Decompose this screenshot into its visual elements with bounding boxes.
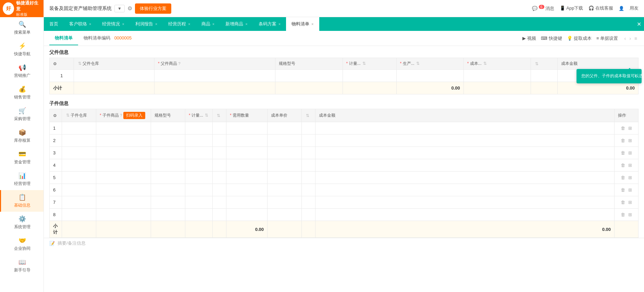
td-child-price[interactable] (268, 147, 302, 159)
sidebar-item-basic[interactable]: 📋基础信息 (0, 190, 44, 212)
sort-icon[interactable]: ⇅ (217, 113, 220, 118)
td-child-unit[interactable] (185, 159, 213, 172)
td-child-warehouse[interactable] (62, 159, 96, 172)
system-select-btn[interactable]: ▼ (114, 5, 125, 12)
td-child-qty[interactable] (226, 184, 268, 196)
td-child-qty[interactable] (226, 159, 268, 172)
sidebar-item-purchase[interactable]: 🛒采购管理 (0, 104, 44, 125)
message-button[interactable]: 💬 6 消息 (532, 5, 554, 12)
td-parent-product[interactable] (154, 70, 275, 82)
copy-icon[interactable]: ⊞ (628, 187, 632, 192)
copy-icon[interactable]: ⊞ (628, 212, 632, 217)
nav-tab-goods[interactable]: 商品× (196, 17, 220, 31)
td-child-unit[interactable] (185, 135, 213, 147)
delete-icon[interactable]: 🗑 (621, 212, 625, 217)
close-icon[interactable]: × (212, 22, 214, 26)
td-child-qty[interactable] (226, 196, 268, 209)
help-icon[interactable]: ? (178, 61, 180, 66)
td-production[interactable] (396, 70, 463, 82)
td-child-product[interactable] (96, 209, 151, 221)
td-cost[interactable] (463, 70, 531, 82)
td-unit[interactable] (343, 70, 396, 82)
td-child-unit[interactable] (185, 209, 213, 221)
close-icon[interactable]: × (89, 22, 91, 26)
close-icon[interactable]: × (278, 22, 281, 26)
sidebar-item-quicknav[interactable]: ⚡快捷导航 (0, 39, 44, 60)
sort-icon[interactable]: ⇅ (535, 61, 538, 66)
td-child-product[interactable] (96, 135, 151, 147)
sort-icon[interactable]: ⇅ (66, 113, 70, 118)
close-icon[interactable]: × (311, 22, 313, 26)
copy-icon[interactable]: ⊞ (628, 163, 632, 168)
gear-icon[interactable]: ⚙ (53, 113, 57, 118)
td-child-qty[interactable] (226, 147, 268, 159)
td-child-price[interactable] (268, 196, 302, 209)
scan-barcode-button[interactable]: 扫码录入 (123, 112, 145, 119)
sidebar-item-inventory[interactable]: 📦库存核算 (0, 125, 44, 147)
menu-icon[interactable]: ≡ (633, 35, 639, 42)
delete-icon[interactable]: 🗑 (621, 126, 625, 131)
close-icon[interactable]: × (188, 22, 190, 26)
td-child-unit[interactable] (185, 184, 213, 196)
copy-icon[interactable]: ⊞ (628, 175, 632, 180)
td-child-product[interactable] (96, 196, 151, 209)
td-child-spec[interactable] (151, 209, 185, 221)
td-child-warehouse[interactable] (62, 172, 96, 184)
td-child-warehouse[interactable] (62, 184, 96, 196)
copy-icon[interactable]: ⊞ (628, 200, 632, 205)
sidebar-item-search[interactable]: 🔍搜索菜单 (0, 17, 44, 39)
td-child-price[interactable] (268, 184, 302, 196)
td-child-qty[interactable] (226, 122, 268, 135)
sort-icon[interactable]: ⇅ (205, 113, 208, 118)
td-child-product[interactable] (96, 172, 151, 184)
td-child-product[interactable] (96, 184, 151, 196)
next-arrow-icon[interactable]: › (628, 35, 632, 42)
td-child-price[interactable] (268, 159, 302, 172)
delete-icon[interactable]: 🗑 (621, 187, 625, 192)
sort-icon[interactable]: ⇅ (483, 61, 487, 66)
sidebar-item-operation[interactable]: 📊经营管理 (0, 168, 44, 190)
sidebar-item-guide[interactable]: 📖新手引导 (0, 255, 44, 277)
td-child-unit[interactable] (185, 122, 213, 135)
nav-tab-business[interactable]: 经营情况× (97, 17, 129, 31)
td-child-spec[interactable] (151, 122, 185, 135)
notes-text[interactable]: 摘要/备注信息 (58, 240, 86, 246)
td-child-spec[interactable] (151, 184, 185, 196)
delete-icon[interactable]: 🗑 (621, 175, 625, 180)
delete-icon[interactable]: 🗑 (621, 138, 625, 143)
td-child-warehouse[interactable] (62, 196, 96, 209)
copy-icon[interactable]: ⊞ (628, 150, 632, 155)
sort-icon[interactable]: ⇅ (362, 61, 366, 66)
close-icon[interactable]: × (155, 22, 157, 26)
td-child-price[interactable] (268, 172, 302, 184)
sort-icon[interactable]: ⇅ (78, 61, 82, 66)
nav-close-end[interactable]: ✕ (637, 21, 644, 27)
copy-icon[interactable]: ⊞ (628, 138, 632, 143)
td-child-unit[interactable] (185, 196, 213, 209)
sort-icon[interactable]: ⇅ (416, 61, 420, 66)
td-child-spec[interactable] (151, 172, 185, 184)
td-child-spec[interactable] (151, 196, 185, 209)
prev-arrow-icon[interactable]: ‹ (623, 35, 627, 42)
td-child-warehouse[interactable] (62, 147, 96, 159)
td-child-product[interactable] (96, 147, 151, 159)
sidebar-item-sales[interactable]: 💰销售管理 (0, 82, 44, 104)
td-child-qty[interactable] (226, 135, 268, 147)
td-child-warehouse[interactable] (62, 135, 96, 147)
trial-button[interactable]: 体验行业方案 (135, 3, 171, 14)
td-child-price[interactable] (268, 209, 302, 221)
single-setting-button[interactable]: ≡ 单据设置 (596, 35, 618, 42)
td-child-price[interactable] (268, 122, 302, 135)
extract-cost-button[interactable]: 💡 提取成本 (567, 35, 592, 42)
sort-icon[interactable]: ⇅ (306, 113, 309, 118)
td-child-warehouse[interactable] (62, 209, 96, 221)
td-child-qty[interactable] (226, 172, 268, 184)
td-child-spec[interactable] (151, 135, 185, 147)
shortcut-button[interactable]: ⌨ 快捷键 (541, 35, 562, 42)
delete-icon[interactable]: 🗑 (621, 200, 625, 205)
td-child-spec[interactable] (151, 147, 185, 159)
online-service-button[interactable]: 🎧 在线客服 (589, 5, 613, 11)
delete-icon[interactable]: 🗑 (621, 150, 625, 155)
td-parent-warehouse[interactable] (74, 70, 154, 82)
td-child-spec[interactable] (151, 159, 185, 172)
